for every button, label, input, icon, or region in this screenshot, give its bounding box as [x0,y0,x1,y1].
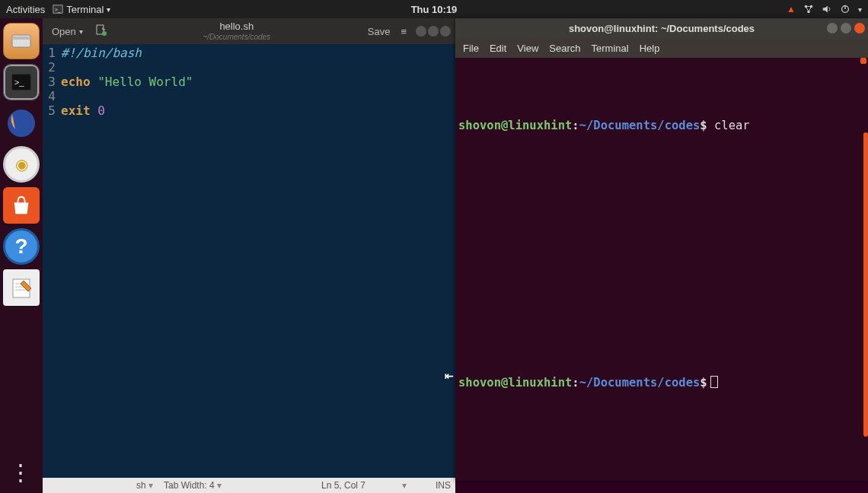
menu-file[interactable]: File [463,43,479,54]
minimize-button[interactable] [416,26,426,37]
hamburger-menu[interactable]: ≡ [396,24,411,39]
terminal-line: shovon@linuxhint:~/Documents/codes$ [458,376,718,390]
status-insertmode[interactable]: INS [436,480,451,491]
line-number: 1 [43,46,56,60]
shopping-bag-icon [10,194,33,217]
terminal-menubar: File Edit View Search Terminal Help [455,38,868,58]
maximize-button[interactable] [428,26,439,37]
window-controls [416,26,451,37]
window-controls [827,23,865,33]
terminal-titlebar[interactable]: shovon@linuxhint: ~/Documents/codes [455,18,868,38]
svg-text:>_: >_ [14,78,25,87]
code-content[interactable]: #!/bin/bash echo "Hello World" exit 0 [59,44,455,478]
chevron-down-icon: ▾ [79,27,83,36]
terminal-window: shovon@linuxhint: ~/Documents/codes File… [455,18,868,481]
app-menu-label: Terminal [66,4,104,15]
gedit-headerbar: Open ▾ hello.sh ~/Documents/codes Save ≡ [43,18,455,44]
dock-software[interactable] [3,187,40,224]
menu-terminal[interactable]: Terminal [592,43,629,54]
dock-texteditor[interactable] [3,269,40,306]
save-button[interactable]: Save [362,24,397,39]
line-number: 5 [43,103,56,118]
cursor-icon [710,376,718,388]
menu-search[interactable]: Search [549,43,580,54]
terminal-title: shovon@linuxhint: ~/Documents/codes [455,23,868,34]
svg-rect-8 [12,37,30,40]
terminal-body[interactable]: shovon@linuxhint:~/Documents/codes$ clea… [455,58,868,481]
open-button[interactable]: Open ▾ [47,24,88,39]
prompt-user: shovon@linuxhint [458,376,572,390]
hamburger-icon: ≡ [400,26,407,37]
terminal-icon: >_ [10,71,33,94]
svg-point-17 [102,31,107,36]
maximize-button[interactable] [841,23,851,33]
activities-button[interactable]: Activities [6,4,45,15]
line-number: 4 [43,89,56,103]
minimize-button[interactable] [827,23,838,33]
app-menu[interactable]: >_ Terminal ▾ [53,4,110,15]
music-icon: ◉ [15,155,28,173]
gedit-window: Open ▾ hello.sh ~/Documents/codes Save ≡… [43,18,455,493]
svg-text:>_: >_ [55,7,61,13]
menu-view[interactable]: View [517,43,538,54]
network-icon[interactable] [803,4,814,14]
editor-area[interactable]: 1 2 3 4 5 #!/bin/bash echo "Hello World"… [43,44,455,478]
gedit-title: hello.sh ~/Documents/codes [112,21,362,40]
gedit-filepath: ~/Documents/codes [112,33,362,41]
terminal-icon: >_ [53,4,63,14]
gedit-statusbar: sh Tab Width: 4 Ln 5, Col 7 ▾ INS [43,478,455,493]
code-keyword: exit [61,103,91,118]
line-number: 3 [43,75,56,89]
open-label: Open [52,26,76,37]
dock-show-apps[interactable]: ⋮⋮⋮ [3,453,40,490]
close-button[interactable] [854,23,865,33]
scrollbar[interactable] [863,132,868,437]
chevron-down-icon: ▾ [107,5,110,14]
power-icon[interactable] [840,4,850,14]
code-shebang: #!/bin/bash [61,46,142,60]
code-number: 0 [97,103,105,118]
code-keyword: echo [61,75,91,89]
dock-files[interactable] [3,23,40,59]
status-language[interactable]: sh [136,480,153,491]
corner-indicator [860,58,866,64]
dock: >_ ◉ ? ⋮⋮⋮ [0,18,43,493]
line-gutter: 1 2 3 4 5 [43,44,59,478]
dock-help[interactable]: ? [3,228,40,265]
volume-icon[interactable] [822,4,832,14]
prompt-path: ~/Documents/codes [579,376,700,390]
notepad-icon [8,275,34,301]
menu-help[interactable]: Help [640,43,660,54]
menu-edit[interactable]: Edit [490,43,506,54]
dock-terminal[interactable]: >_ [3,64,40,100]
prompt-user: shovon@linuxhint [458,119,572,132]
resize-cursor-icon: ⇤ [445,370,454,382]
status-cursor: Ln 5, Col 7 [321,480,365,491]
chevron-down-icon[interactable]: ▾ [858,5,862,14]
firefox-icon [5,107,38,140]
close-button[interactable] [440,26,451,37]
new-doc-icon [95,24,107,37]
top-bar: Activities >_ Terminal ▾ Thu 10:19 ▲ ▾ [0,0,868,18]
dock-firefox[interactable] [3,105,40,142]
terminal-command: clear [714,119,750,132]
line-number: 2 [43,60,56,75]
terminal-line: shovon@linuxhint:~/Documents/codes$ clea… [458,119,865,133]
prompt-path: ~/Documents/codes [579,119,700,132]
svg-point-11 [8,110,35,137]
status-tabwidth[interactable]: Tab Width: 4 [164,480,222,491]
help-icon: ? [14,234,27,259]
gedit-filename: hello.sh [112,21,362,32]
dock-rhythmbox[interactable]: ◉ [3,146,40,183]
code-string: "Hello World" [97,75,193,89]
new-document-button[interactable] [91,23,112,40]
files-icon [9,29,34,53]
clock[interactable]: Thu 10:19 [411,4,458,15]
warning-icon[interactable]: ▲ [787,4,796,14]
